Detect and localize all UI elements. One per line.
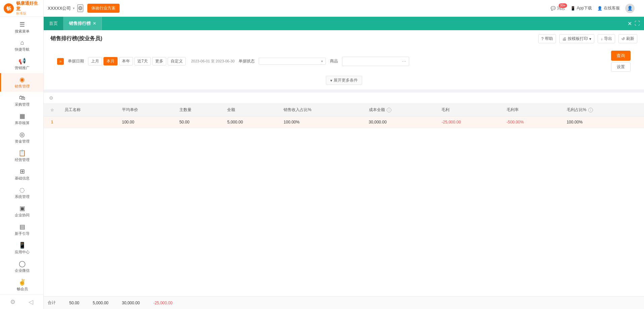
sidebar-item-membership[interactable]: ✌ 畅会员: [0, 276, 43, 294]
settings-btn[interactable]: 设置: [611, 62, 631, 72]
sidebar-item-purchase-mgmt[interactable]: 🛍 采购管理: [0, 92, 43, 110]
expand-label: 展开更多条件: [334, 78, 358, 83]
goods-input[interactable]: ···: [342, 57, 409, 66]
sidebar-item-sales-mgmt[interactable]: ◉ 销售管理: [0, 73, 43, 92]
gross-ratio-info-icon[interactable]: i: [588, 108, 593, 112]
tab-home[interactable]: 首页: [44, 17, 63, 30]
tab-bar-close-btn[interactable]: ✕: [628, 20, 632, 27]
col-avg-price: 平均单价: [118, 104, 175, 116]
footer-cost-amount: 30,000.00: [122, 301, 140, 305]
page-header: 销售排行榜(按业务员) ? 帮助 🖨 按模板打印 ▾ ↓: [44, 30, 644, 90]
expand-icon: ▾: [330, 78, 332, 83]
sales-rank-table: ☆ 员工名称 平均单价 主数量 全额 销售收入占比% 成本全额 i: [44, 104, 644, 128]
service-label: 在线客服: [604, 5, 620, 11]
basic-info-icon: ⊞: [20, 168, 25, 175]
page-content: 销售排行榜(按业务员) ? 帮助 🖨 按模板打印 ▾ ↓: [44, 30, 644, 309]
message-icon: 💬: [551, 6, 556, 11]
tab-bar-expand-btn[interactable]: ⛶: [635, 20, 640, 27]
header-settings-btn[interactable]: ⚙: [77, 4, 83, 12]
membership-icon: ✌: [18, 278, 26, 286]
date-label: 单据日期: [68, 58, 84, 64]
sidebar-item-sys-mgmt[interactable]: ◌ 系统管理: [0, 184, 43, 202]
col-cost-amount: 成本全额 i: [365, 104, 438, 116]
sidebar-item-finance[interactable]: ◎ 资金管理: [0, 128, 43, 147]
table-scroll[interactable]: ☆ 员工名称 平均单价 主数量 全额 销售收入占比% 成本全额 i: [44, 104, 644, 296]
svg-text:畅: 畅: [6, 6, 11, 11]
avatar[interactable]: 👤: [625, 4, 635, 13]
col-name: 员工名称: [60, 104, 118, 116]
footer-label: 合计: [48, 300, 56, 306]
message-badge: 99+: [559, 3, 567, 8]
page-title: 销售排行榜(按业务员): [50, 35, 102, 42]
date-btn-7days[interactable]: 近7天: [134, 57, 151, 65]
refresh-icon: ↺: [621, 37, 625, 41]
refresh-btn[interactable]: ↺ 刷新: [618, 34, 637, 43]
date-btn-more[interactable]: 更多: [152, 57, 166, 65]
trial-btn[interactable]: 体验行业方案: [87, 4, 120, 13]
sidebar-item-enterprise-wechat[interactable]: ◯ 企业微信: [0, 257, 43, 276]
cell-avg-price: 100.00: [118, 116, 175, 128]
search-orders-icon: ☰: [19, 21, 25, 28]
table-area: ⚙ ☆ 员工名称 平均单价 主数量 全额: [44, 93, 644, 309]
date-btn-last-month[interactable]: 上月: [88, 57, 102, 65]
table-row: 1 100.00 50.00 5,000.00 100.00% 30,000.0…: [44, 116, 644, 128]
tab-sales-rank[interactable]: 销售排行榜 ✕: [63, 17, 102, 30]
export-btn[interactable]: ↓ 导出: [598, 34, 615, 43]
print-btn[interactable]: 🖨 按模板打印 ▾: [559, 34, 594, 43]
help-icon: ?: [541, 37, 544, 41]
sidebar-settings-btn[interactable]: ⚙: [10, 298, 15, 306]
date-btn-this-month[interactable]: 本月: [103, 57, 118, 65]
help-btn[interactable]: ? 帮助: [538, 34, 556, 43]
sidebar-item-enterprise-coop[interactable]: ▣ 企业协同: [0, 202, 43, 220]
enterprise-icon: ▣: [19, 205, 25, 212]
app-download-label: App下载: [577, 5, 592, 11]
sidebar-collapse-btn[interactable]: ◁: [29, 298, 33, 306]
main-area: XXXXX公司 ▾ ⚙ 体验行业方案 💬 消息 99+ 📱 App下载 👤 在线…: [44, 0, 644, 309]
app-download-btn[interactable]: 📱 App下载: [570, 5, 592, 11]
inventory-icon: ▦: [19, 112, 25, 120]
table-header-row: ☆ 员工名称 平均单价 主数量 全额 销售收入占比% 成本全额 i: [44, 104, 644, 116]
wechat-icon: ◯: [19, 260, 26, 267]
goods-input-more-btn[interactable]: ···: [402, 58, 406, 64]
status-select[interactable]: ▾: [259, 58, 326, 65]
query-btn[interactable]: 查询: [611, 51, 631, 61]
logo-subtitle: 标准版: [16, 11, 40, 16]
expand-filter-icon[interactable]: »: [57, 58, 64, 65]
sidebar-nav: ☰ 搜索菜单 ⌂ 快捷导航 📢 营销推广 ◉ 销售管理 🛍 采购管理 ▦ 库存核…: [0, 17, 43, 295]
footer-gross-profit: -25,000.00: [153, 301, 172, 305]
service-icon: 👤: [597, 6, 602, 11]
operations-icon: 📋: [18, 149, 26, 157]
sidebar-item-operations[interactable]: 📋 经营管理: [0, 147, 43, 165]
tab-close-icon[interactable]: ✕: [93, 21, 96, 26]
expand-conditions-btn[interactable]: ▾ 展开更多条件: [326, 76, 362, 85]
sidebar-item-beginner[interactable]: ▤ 新手引导: [0, 220, 43, 239]
cell-gross-profit: -25,000.00: [437, 116, 502, 128]
app-download-icon: 📱: [570, 6, 575, 11]
message-btn[interactable]: 💬 消息 99+: [551, 5, 565, 11]
cell-main-qty: 50.00: [175, 116, 223, 128]
sidebar-item-marketing[interactable]: 📢 营销推广: [0, 55, 43, 73]
company-selector[interactable]: XXXXX公司 ▾: [48, 5, 75, 11]
date-btn-this-year[interactable]: 本年: [119, 57, 133, 65]
date-btn-group: 上月 本月 本年 近7天 更多 自定义: [88, 57, 186, 65]
sidebar-item-search-orders[interactable]: ☰ 搜索菜单: [0, 18, 43, 37]
footer-amount: 5,000.00: [93, 301, 109, 305]
print-dropdown-icon: ▾: [589, 37, 591, 41]
sidebar-item-basic-info[interactable]: ⊞ 基础信息: [0, 165, 43, 184]
filter-row-1: » 单据日期 上月 本月 本年 近7天 更多 自定义 2023-06-01 至 …: [57, 51, 631, 72]
col-amount: 全额: [223, 104, 280, 116]
sidebar-item-app-center[interactable]: 📱 应用中心: [0, 239, 43, 257]
online-service-btn[interactable]: 👤 在线客服: [597, 5, 620, 11]
date-btn-custom[interactable]: 自定义: [168, 57, 186, 65]
table-settings-icon[interactable]: ⚙: [49, 95, 53, 101]
page-actions: ? 帮助 🖨 按模板打印 ▾ ↓ 导出 ↺: [538, 34, 637, 43]
sidebar-item-quick-nav[interactable]: ⌂ 快捷导航: [0, 37, 43, 55]
home-icon: ⌂: [20, 39, 24, 46]
sidebar-bottom: ⚙ ◁: [0, 295, 43, 309]
sidebar-item-inventory[interactable]: ▦ 库存核算: [0, 110, 43, 128]
logo-icon: 畅: [3, 3, 14, 14]
col-rank: ☆: [44, 104, 60, 116]
top-header: XXXXX公司 ▾ ⚙ 体验行业方案 💬 消息 99+ 📱 App下载 👤 在线…: [44, 0, 644, 17]
cost-amount-info-icon[interactable]: i: [387, 108, 391, 112]
sys-icon: ◌: [19, 186, 25, 194]
